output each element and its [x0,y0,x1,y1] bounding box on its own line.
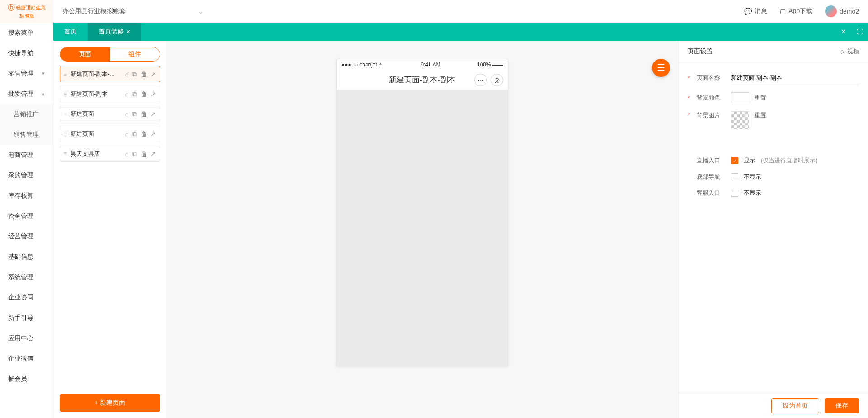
field-live-entry: 直播入口 ✓ 显示 (仅当进行直播时展示) [688,157,859,165]
avatar [825,5,837,17]
nav-item[interactable]: 畅会员 [0,369,53,389]
canvas-area: ●●●○○chanjetᯤ 9:41 AM 100% ▬▬ 新建页面-副本-副本… [166,41,678,418]
drag-handle-icon[interactable]: ≡ [64,131,67,137]
page-row-name: 新建页面-副本-... [71,70,122,78]
account-select[interactable]: 办公用品行业模拟账套 ⌄ [62,7,203,15]
nav-item[interactable]: 资金管理 [0,206,53,226]
page-name-input[interactable] [731,71,859,84]
toggle-panel-button[interactable]: ☰ [652,59,670,77]
messages-link[interactable]: 💬消息 [744,7,767,15]
drag-handle-icon[interactable]: ≡ [64,71,67,77]
close-icon[interactable]: × [127,28,130,35]
copy-icon[interactable]: ⧉ [132,90,137,98]
home-icon[interactable]: ⌂ [125,150,129,158]
field-bottom-nav: 底部导航 不显示 [688,173,859,181]
nav-item[interactable]: 经营管理 [0,226,53,247]
share-icon[interactable]: ↗ [151,90,156,98]
page-rows: ≡新建页面-副本-...⌂⧉🗑↗≡新建页面-副本⌂⧉🗑↗≡新建页面⌂⧉🗑↗≡新建… [60,66,160,162]
close-tab-icon[interactable]: ✕ [835,23,852,41]
phone-title: 新建页面-副本-副本 [389,75,455,85]
app-download-link[interactable]: ▢App下载 [780,7,812,15]
nav-item[interactable]: 基础信息 [0,247,53,267]
settings-title: 页面设置 [688,48,713,56]
left-nav: 搜索菜单快捷导航零售管理▾批发管理▴营销推广销售管理电商管理采购管理库存核算资金… [0,23,53,418]
page-row-name: 昊天文具店 [71,150,122,158]
tab-decorate[interactable]: 首页装修× [88,23,141,41]
nav-item[interactable]: 系统管理 [0,267,53,287]
logo-text: 畅捷通好生意 [16,5,46,11]
target-icon[interactable]: ◎ [491,74,503,86]
delete-icon[interactable]: 🗑 [141,90,147,98]
top-right: 💬消息 ▢App下载 demo2 [744,5,868,17]
home-icon[interactable]: ⌂ [125,90,129,98]
drag-handle-icon[interactable]: ≡ [64,91,67,97]
nav-item[interactable]: 零售管理▾ [0,63,53,84]
drag-handle-icon[interactable]: ≡ [64,111,67,117]
logo: ⓑ畅捷通好生意 标准版 [0,0,53,23]
field-bg-image: * 背景图片 重置 [688,111,859,129]
copy-icon[interactable]: ⧉ [132,150,137,158]
drag-handle-icon[interactable]: ≡ [64,151,67,157]
bg-image-reset[interactable]: 重置 [755,111,766,119]
bg-color-reset[interactable]: 重置 [755,94,766,102]
nav-item[interactable]: 电商管理 [0,145,53,165]
set-home-button[interactable]: 设为首页 [771,398,819,413]
share-icon[interactable]: ↗ [151,110,156,118]
signal-icon: ●●●○○ [341,62,358,68]
tab-home[interactable]: 首页 [53,23,88,41]
page-row[interactable]: ≡昊天文具店⌂⧉🗑↗ [60,146,160,162]
nav-item[interactable]: 销售管理 [0,124,53,145]
share-icon[interactable]: ↗ [151,150,156,158]
service-checkbox[interactable] [731,190,738,197]
page-list-panel: 页面 组件 ≡新建页面-副本-...⌂⧉🗑↗≡新建页面-副本⌂⧉🗑↗≡新建页面⌂… [53,41,166,418]
delete-icon[interactable]: 🗑 [141,130,147,138]
video-help-link[interactable]: ▷视频 [841,48,859,56]
page-row[interactable]: ≡新建页面⌂⧉🗑↗ [60,126,160,142]
nav-item[interactable]: 新手引导 [0,308,53,328]
nav-item[interactable]: 采购管理 [0,165,53,185]
bg-image-swatch[interactable] [731,111,749,129]
nav-item[interactable]: 企业微信 [0,348,53,369]
account-name: 办公用品行业模拟账套 [62,7,126,15]
copy-icon[interactable]: ⧉ [132,130,137,138]
delete-icon[interactable]: 🗑 [141,71,147,78]
copy-icon[interactable]: ⧉ [132,71,137,78]
page-row[interactable]: ≡新建页面⌂⧉🗑↗ [60,106,160,122]
phone-title-bar: 新建页面-副本-副本 ⋯ ◎ [337,70,508,90]
save-button[interactable]: 保存 [825,398,859,413]
nav-item[interactable]: 应用中心 [0,328,53,348]
page-row[interactable]: ≡新建页面-副本-...⌂⧉🗑↗ [60,66,160,82]
nav-item[interactable]: 库存核算 [0,185,53,206]
phone-status-bar: ●●●○○chanjetᯤ 9:41 AM 100% ▬▬ [337,59,508,70]
nav-item[interactable]: 快捷导航 [0,43,53,63]
more-icon[interactable]: ⋯ [474,74,487,86]
share-icon[interactable]: ↗ [151,130,156,138]
new-page-button[interactable]: + 新建页面 [60,394,160,412]
list-tab-component[interactable]: 组件 [110,48,160,61]
phone-body[interactable] [337,90,508,367]
page-row[interactable]: ≡新建页面-副本⌂⧉🗑↗ [60,86,160,102]
fullscreen-icon[interactable]: ⛶ [852,23,868,41]
bg-color-swatch[interactable] [731,92,749,103]
home-icon[interactable]: ⌂ [125,110,129,118]
chevron-down-icon: ⌄ [198,8,203,15]
delete-icon[interactable]: 🗑 [141,150,147,158]
live-checkbox[interactable]: ✓ [731,157,738,164]
home-icon[interactable]: ⌂ [125,71,129,78]
nav-item[interactable]: 企业协同 [0,287,53,308]
field-bg-color: * 背景颜色 重置 [688,92,859,103]
user-menu[interactable]: demo2 [825,5,859,17]
delete-icon[interactable]: 🗑 [141,110,147,118]
phone-icon: ▢ [780,8,786,15]
home-icon[interactable]: ⌂ [125,130,129,138]
wifi-icon: ᯤ [379,62,384,68]
list-tab-page[interactable]: 页面 [60,48,110,61]
nav-item[interactable]: 搜索菜单 [0,23,53,43]
nav-item[interactable]: 批发管理▴ [0,84,53,104]
bottom-nav-checkbox[interactable] [731,173,738,180]
share-icon[interactable]: ↗ [151,71,156,78]
page-row-name: 新建页面 [71,130,122,138]
tab-bar: 首页 首页装修× ✕ ⛶ [53,23,868,41]
copy-icon[interactable]: ⧉ [132,110,137,118]
nav-item[interactable]: 营销推广 [0,104,53,124]
